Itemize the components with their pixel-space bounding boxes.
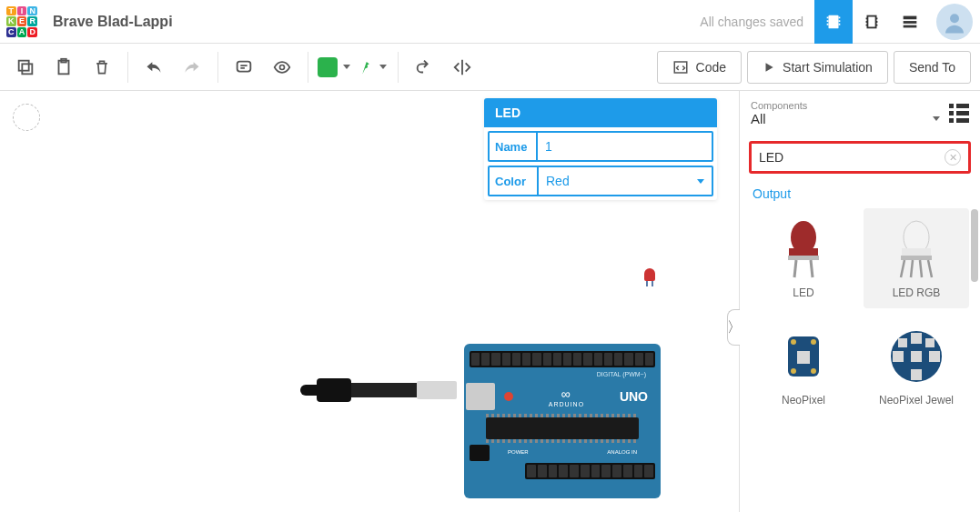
project-title[interactable]: Brave Blad-Lappi [53, 14, 173, 30]
component-name: LED RGB [893, 286, 941, 299]
paste-button[interactable] [47, 51, 80, 84]
schematic-view-button[interactable] [853, 0, 891, 44]
svg-rect-0 [829, 15, 839, 28]
svg-rect-26 [797, 351, 810, 364]
led-icon [772, 217, 835, 281]
svg-rect-6 [22, 64, 32, 74]
top-bar: TIN KER CAD Brave Blad-Lappi All changes… [0, 0, 980, 44]
svg-point-29 [791, 368, 796, 374]
clear-search-button[interactable]: ✕ [945, 149, 961, 166]
svg-rect-2 [904, 15, 917, 19]
svg-line-16 [794, 260, 796, 277]
svg-rect-3 [904, 21, 917, 24]
visibility-button[interactable] [266, 51, 298, 84]
svg-rect-15 [788, 256, 819, 260]
svg-rect-37 [898, 338, 907, 347]
chevron-down-icon [933, 116, 940, 121]
chevron-down-icon [379, 65, 387, 69]
user-avatar[interactable] [936, 4, 973, 40]
svg-line-24 [928, 260, 932, 277]
wire-color-button[interactable] [318, 51, 350, 84]
svg-rect-20 [901, 256, 932, 260]
send-label: Send To [909, 60, 955, 75]
components-dd-value: All [751, 111, 766, 126]
property-color-row: Color Red [488, 166, 713, 196]
sidebar-scrollbar[interactable] [971, 209, 978, 282]
svg-line-23 [920, 260, 922, 277]
notes-button[interactable] [227, 51, 260, 84]
chevron-down-icon [343, 65, 350, 69]
sim-label: Start Simulation [783, 60, 873, 75]
property-color-select[interactable]: Red [539, 167, 712, 195]
canvas-component-arduino[interactable]: DIGITAL (PWM~) ∞ ARDUINO UNO POWER ANALO… [464, 344, 661, 498]
component-search-input[interactable] [759, 150, 945, 165]
property-color-value: Red [546, 174, 570, 188]
components-dropdown[interactable]: Components All [751, 100, 940, 126]
svg-rect-7 [19, 60, 29, 70]
svg-rect-1 [867, 15, 875, 27]
tinkercad-logo[interactable]: TIN KER CAD [0, 0, 44, 44]
code-icon [672, 59, 689, 75]
properties-panel: LED Name Color Red [484, 98, 717, 200]
circuit-view-button[interactable] [814, 0, 853, 44]
canvas-usb-cable[interactable] [317, 378, 457, 402]
list-view-toggle[interactable] [949, 104, 969, 123]
component-card-neopixel-jewel[interactable]: NeoPixel Jewel [864, 316, 969, 416]
property-color-label: Color [490, 167, 539, 195]
code-label: Code [696, 60, 726, 75]
toolbar: Code Start Simulation Send To [0, 44, 980, 91]
svg-rect-10 [237, 61, 251, 71]
copy-button[interactable] [9, 51, 42, 84]
property-name-row: Name [488, 131, 713, 162]
svg-rect-35 [893, 351, 904, 362]
send-to-button[interactable]: Send To [894, 51, 971, 84]
svg-rect-32 [911, 351, 922, 362]
wire-type-button[interactable] [356, 51, 389, 84]
rotate-button[interactable] [408, 51, 440, 84]
delete-button[interactable] [86, 51, 118, 84]
sidebar-collapse-handle[interactable]: 〉 [727, 309, 740, 346]
component-name: NeoPixel Jewel [879, 394, 954, 407]
zoom-to-fit-button[interactable] [13, 104, 40, 131]
svg-point-30 [811, 368, 816, 374]
components-sidebar: 〉 Components All ✕ Output LED [739, 91, 980, 512]
mirror-button[interactable] [446, 51, 479, 84]
component-card-neopixel[interactable]: NeoPixel [751, 316, 856, 416]
component-card-led-rgb[interactable]: LED RGB [864, 208, 969, 308]
bom-view-button[interactable] [891, 0, 929, 44]
svg-rect-36 [929, 351, 940, 362]
play-icon [763, 61, 775, 74]
neopixel-icon [772, 325, 835, 388]
component-name: LED [793, 286, 813, 299]
svg-point-27 [791, 339, 796, 345]
component-name: NeoPixel [782, 394, 825, 407]
neopixel-jewel-icon [884, 325, 948, 388]
component-card-led[interactable]: LED [751, 208, 856, 308]
start-simulation-button[interactable]: Start Simulation [747, 51, 888, 84]
chevron-down-icon [697, 179, 704, 184]
component-search: ✕ [749, 141, 971, 174]
svg-rect-33 [911, 333, 922, 344]
save-status: All changes saved [700, 15, 803, 29]
canvas[interactable]: LED Name Color Red DIGITAL [0, 91, 739, 512]
svg-point-11 [280, 65, 285, 69]
svg-rect-4 [904, 25, 917, 27]
svg-line-22 [911, 260, 913, 277]
svg-rect-14 [789, 248, 818, 256]
code-button[interactable]: Code [657, 51, 742, 84]
property-name-input[interactable] [538, 133, 712, 160]
svg-rect-38 [925, 338, 935, 347]
property-name-label: Name [490, 133, 538, 160]
canvas-component-led[interactable] [644, 268, 655, 286]
components-dd-label: Components [751, 100, 940, 111]
svg-rect-34 [911, 369, 922, 380]
components-grid: LED LED RGB NeoPixel NeoPixel Jewel [740, 208, 980, 416]
category-label: Output [740, 183, 980, 208]
redo-button[interactable] [176, 51, 208, 84]
svg-line-17 [811, 260, 813, 277]
svg-point-28 [811, 339, 816, 345]
led-rgb-icon [884, 217, 948, 281]
svg-line-21 [901, 260, 904, 277]
undo-button[interactable] [137, 51, 170, 84]
svg-point-5 [950, 14, 959, 23]
